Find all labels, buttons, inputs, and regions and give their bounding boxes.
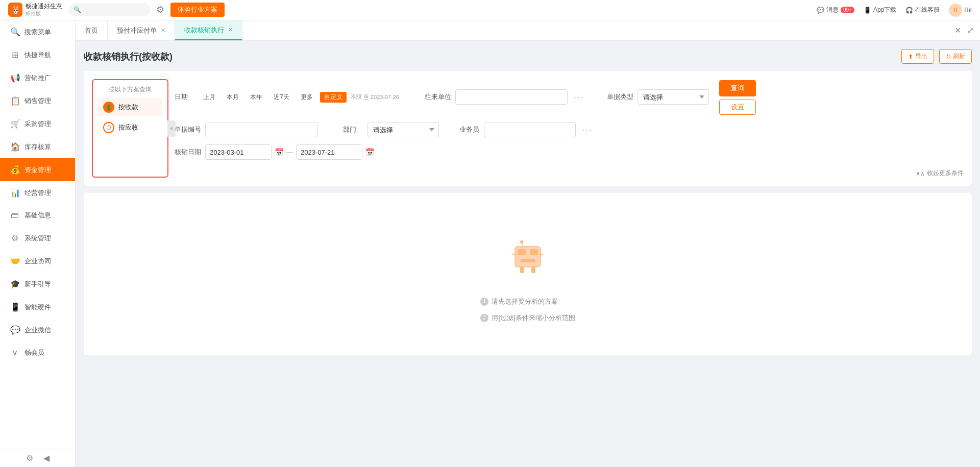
- app-download-action[interactable]: 📱 App下载: [864, 6, 896, 14]
- sidebar: 🔍 搜索菜单 ⊞ 快捷导航 📢 营销推广 📋 销售管理 🛒 采购管理 🏠 库存核…: [0, 20, 76, 467]
- sidebar-item-label: 库存核算: [24, 142, 51, 152]
- date-btn-last-month[interactable]: 上月: [199, 92, 219, 103]
- message-action[interactable]: 💬 消息 99+: [817, 6, 854, 14]
- collapse-more-btn[interactable]: ∧∧ 收起更多条件: [916, 169, 964, 178]
- filter-panel: 按以下方案查询 💲 按收款 ⏱ 按应收 «: [84, 71, 972, 186]
- filter-option-by-receivable[interactable]: ⏱ 按应收: [98, 118, 162, 137]
- app-icon: 📱: [864, 7, 871, 14]
- page-header-actions: ⬆ 导出 ↻ 刷新: [901, 49, 972, 64]
- logo-text-area: 畅捷通好生意 标准版: [26, 3, 62, 17]
- svg-rect-7: [531, 267, 535, 273]
- refresh-button[interactable]: ↻ 刷新: [939, 49, 972, 64]
- staff-dots[interactable]: ···: [580, 125, 595, 135]
- close-prepay-tab-icon[interactable]: ✕: [161, 27, 165, 34]
- empty-state: 1 请先选择要分析的方案 2 用[过滤]条件来缩小分析范围: [84, 193, 972, 355]
- tab-home[interactable]: 首页: [76, 20, 108, 40]
- sidebar-item-label: 经营管理: [24, 188, 51, 198]
- step-1-icon: 1: [480, 298, 488, 306]
- partner-input[interactable]: [455, 89, 568, 105]
- avatar: R: [949, 4, 962, 17]
- sidebar-item-search-menu[interactable]: 🔍 搜索菜单: [0, 20, 75, 43]
- home-tab-label: 首页: [85, 26, 98, 35]
- online-service-action[interactable]: 🎧 在线客服: [905, 6, 940, 14]
- sidebar-item-enterprise[interactable]: 🤝 企业协同: [0, 250, 75, 273]
- date-btn-this-year[interactable]: 本年: [246, 92, 266, 103]
- sidebar-item-label: 畅会员: [24, 348, 44, 357]
- wechat-icon: 💬: [10, 325, 19, 335]
- svg-rect-3: [520, 259, 535, 262]
- date-btn-this-month[interactable]: 本月: [223, 92, 243, 103]
- calendar-end-icon[interactable]: 📅: [365, 148, 374, 156]
- svg-rect-6: [520, 267, 524, 273]
- export-icon: ⬆: [908, 53, 913, 60]
- message-badge: 99+: [841, 7, 854, 13]
- sidebar-item-funds[interactable]: 💰 资金管理: [0, 158, 75, 181]
- calendar-start-icon[interactable]: 📅: [275, 148, 283, 156]
- tab-expand-icon[interactable]: ⤢: [967, 26, 974, 35]
- sidebar-item-member[interactable]: V 畅会员: [0, 341, 75, 364]
- empty-icon-area: [497, 224, 558, 285]
- main-layout: 🔍 搜索菜单 ⊞ 快捷导航 📢 营销推广 📋 销售管理 🛒 采购管理 🏠 库存核…: [0, 20, 980, 467]
- by-receivable-label: 按应收: [118, 123, 138, 132]
- close-receipt-tab-icon[interactable]: ✕: [228, 27, 233, 33]
- industry-btn[interactable]: 体验行业方案: [170, 3, 225, 17]
- staff-input[interactable]: [484, 122, 576, 137]
- writeoff-date-start-input[interactable]: [205, 144, 272, 160]
- sidebar-item-operations[interactable]: 📊 经营管理: [0, 181, 75, 204]
- sidebar-item-marketing[interactable]: 📢 营销推广: [0, 66, 75, 89]
- tab-receipt-offset[interactable]: 收款核销执行 ✕: [175, 20, 242, 40]
- filter-row-1: 日期 上月 本月 本年 近7天 更多 自定义 不限 至 2023-07-26: [175, 79, 964, 115]
- receipt-icon: 💲: [103, 102, 114, 113]
- sidebar-collapse-icon[interactable]: ◀: [43, 453, 50, 463]
- receivable-icon: ⏱: [103, 122, 114, 133]
- sidebar-settings-icon[interactable]: ⚙: [26, 453, 33, 463]
- filter-date-field: 日期 上月 本月 本年 近7天 更多 自定义 不限 至 2023-07-26: [175, 92, 399, 103]
- filter-option-by-receipt[interactable]: 💲 按收款: [98, 98, 162, 116]
- sidebar-bottom: ⚙ ◀: [0, 449, 75, 467]
- empty-text-area: 1 请先选择要分析的方案 2 用[过滤]条件来缩小分析范围: [480, 295, 575, 325]
- service-label: 在线客服: [915, 6, 940, 14]
- sidebar-item-purchase[interactable]: 🛒 采购管理: [0, 112, 75, 135]
- svg-rect-2: [530, 249, 538, 255]
- sidebar-item-guide[interactable]: 🎓 新手引导: [0, 273, 75, 296]
- bill-no-input[interactable]: [205, 122, 317, 137]
- writeoff-date-end-input[interactable]: [296, 144, 362, 160]
- date-btn-7days[interactable]: 近7天: [270, 92, 293, 103]
- filter-staff-field: 业务员 ···: [459, 122, 595, 137]
- sidebar-item-basic-info[interactable]: 🗃 基础信息: [0, 204, 75, 227]
- sidebar-item-label: 新手引导: [24, 280, 51, 289]
- settings-gear-icon[interactable]: ⚙: [156, 4, 164, 15]
- settings-button[interactable]: 设置: [719, 100, 756, 115]
- quick-nav-icon: ⊞: [10, 50, 19, 60]
- query-button[interactable]: 查询: [719, 80, 756, 96]
- tab-prepay-offset[interactable]: 预付冲应付单 ✕: [108, 20, 175, 40]
- date-field-label: 日期: [175, 92, 195, 102]
- empty-hint-2: 2 用[过滤]条件来缩小分析范围: [480, 311, 575, 325]
- tab-close-window-icon[interactable]: ✕: [954, 26, 961, 35]
- logo-sub: 标准版: [26, 10, 62, 17]
- search-menu-icon: 🔍: [10, 27, 19, 37]
- app-label: App下载: [873, 6, 896, 14]
- export-button[interactable]: ⬆ 导出: [901, 49, 934, 64]
- filter-row-3: 核销日期 📅 — 📅: [175, 144, 964, 160]
- partner-field-label: 往来单位: [425, 92, 451, 102]
- sidebar-item-smart-hardware[interactable]: 📱 智能硬件: [0, 296, 75, 318]
- sidebar-item-quick-nav[interactable]: ⊞ 快捷导航: [0, 43, 75, 66]
- sidebar-item-wechat[interactable]: 💬 企业微信: [0, 318, 75, 341]
- bill-type-select[interactable]: 请选择: [638, 89, 709, 105]
- sidebar-item-system[interactable]: ⚙ 系统管理: [0, 227, 75, 250]
- user-area[interactable]: R Rit: [949, 4, 972, 17]
- top-search-box[interactable]: 🔍: [68, 3, 150, 16]
- logo-icon: 🐰: [8, 3, 22, 17]
- date-btn-more[interactable]: 更多: [297, 92, 317, 103]
- purchase-icon: 🛒: [10, 119, 19, 129]
- by-receipt-label: 按收款: [118, 103, 138, 112]
- partner-dots[interactable]: ···: [572, 92, 586, 103]
- staff-label: 业务员: [459, 125, 480, 134]
- filter-panel-title: 按以下方案查询: [98, 85, 162, 94]
- filter-collapse-btn[interactable]: «: [167, 120, 176, 137]
- sidebar-item-sales[interactable]: 📋 销售管理: [0, 89, 75, 112]
- dept-select[interactable]: 请选择: [368, 122, 439, 137]
- date-btn-custom[interactable]: 自定义: [320, 92, 347, 103]
- sidebar-item-inventory[interactable]: 🏠 库存核算: [0, 135, 75, 158]
